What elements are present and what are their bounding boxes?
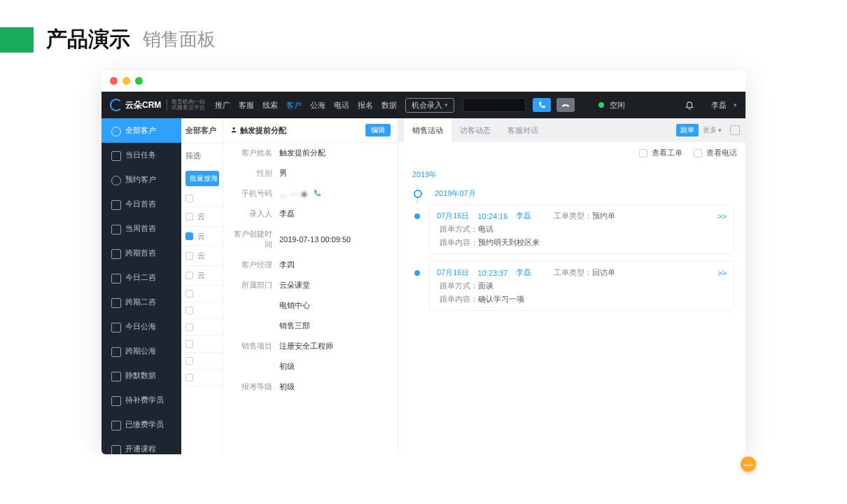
hangup-button[interactable]	[556, 98, 575, 112]
filter-call[interactable]: 查看电话	[694, 148, 737, 158]
window-max-icon[interactable]	[135, 77, 143, 85]
filter-ticket[interactable]: 查看工单	[639, 148, 682, 158]
activity-tab[interactable]: 访客动态	[451, 118, 499, 142]
sidebar-item[interactable]: 跨期首咨	[102, 241, 181, 265]
row-checkbox[interactable]	[186, 252, 193, 260]
page-title: 产品演示	[46, 25, 130, 54]
sidebar-item[interactable]: 全部客户	[102, 118, 181, 143]
box-icon	[111, 200, 120, 209]
box-icon	[111, 372, 120, 380]
sidebar-item-label: 当日任务	[125, 150, 156, 160]
sidebar: 全部客户当日任务预约客户今日首咨当周首咨跨期首咨今日二咨跨期二咨今日公海跨期公海…	[102, 118, 181, 454]
topnav-item[interactable]: 电话	[334, 100, 349, 111]
timeline-card: 07月16日10:24:16李磊工单类型：预约单>>跟单方式：电话跟单内容：预约…	[429, 204, 734, 254]
list-row[interactable]: 云	[181, 266, 223, 286]
sidebar-item[interactable]: 跨期公海	[102, 339, 181, 363]
topnav-item[interactable]: 客户	[286, 100, 302, 111]
select-all-checkbox[interactable]	[186, 195, 193, 202]
row-name: 云	[197, 231, 205, 241]
detail-label: 手机号码	[230, 188, 279, 199]
row-checkbox[interactable]	[186, 307, 193, 314]
expand-entry-icon[interactable]: >>	[718, 212, 727, 220]
row-checkbox[interactable]	[186, 213, 193, 220]
sidebar-item[interactable]: 已缴费学员	[102, 412, 181, 437]
detail-label	[230, 361, 279, 372]
opportunity-button[interactable]: 机会录入 ▾	[405, 98, 454, 113]
brand-sub: 教育机构一站 式服务云平台	[167, 99, 205, 111]
row-checkbox[interactable]	[186, 357, 193, 365]
detail-label: 报考等级	[230, 382, 279, 392]
detail-row: 客户姓名触发提前分配	[223, 143, 398, 163]
svg-point-0	[232, 127, 234, 130]
sidebar-item[interactable]: 预约客户	[102, 167, 181, 192]
activity-tab[interactable]: 客服对话	[499, 118, 547, 142]
detail-title: 触发提前分配	[240, 125, 286, 136]
expand-entry-icon[interactable]: >>	[718, 269, 727, 277]
list-row[interactable]	[181, 286, 223, 302]
detail-value: 注册安全工程师	[279, 341, 391, 351]
box-icon	[111, 274, 120, 282]
row-checkbox[interactable]	[186, 232, 193, 240]
topnav-item[interactable]: 公海	[310, 100, 326, 111]
activity-tab[interactable]: 销售活动	[404, 118, 451, 142]
timeline-month: 2019年07月	[416, 186, 734, 204]
row-checkbox[interactable]	[186, 290, 193, 298]
sidebar-item-label: 开通课程	[125, 444, 156, 454]
username[interactable]: 李磊	[711, 100, 727, 111]
bell-icon[interactable]	[685, 100, 694, 110]
row-name: 云	[197, 270, 205, 281]
window-min-icon[interactable]	[122, 77, 130, 85]
detail-row: 销售项目注册安全工程师	[223, 336, 398, 356]
sidebar-item[interactable]: 今日公海	[102, 314, 181, 339]
detail-row: 手机号码… ··· ■	[223, 183, 398, 204]
detail-label	[230, 300, 279, 311]
sidebar-item[interactable]: 当周首咨	[102, 216, 181, 241]
list-row[interactable]	[181, 319, 223, 336]
entry-date: 07月16日	[437, 267, 469, 278]
sidebar-item-label: 待补费学员	[125, 395, 164, 405]
entry-type: 工单类型：预约单	[554, 211, 615, 221]
followup-tag[interactable]: 跟单	[676, 124, 699, 136]
row-checkbox[interactable]	[186, 323, 193, 331]
sidebar-item[interactable]: 今日二咨	[102, 265, 181, 290]
bulk-release-button[interactable]: 批量放海	[186, 171, 219, 186]
list-row[interactable]: 云	[181, 227, 223, 246]
topnav-item[interactable]: 报名	[358, 100, 373, 111]
topnav-item[interactable]: 推广	[215, 100, 230, 111]
sidebar-item[interactable]: 待补费学员	[102, 388, 181, 412]
list-row[interactable]	[181, 302, 223, 319]
sidebar-item[interactable]: 跨期二咨	[102, 290, 181, 314]
sidebar-item[interactable]: 开通课程	[102, 437, 181, 454]
call-icon[interactable]	[313, 189, 321, 199]
sidebar-item-label: 今日公海	[125, 321, 156, 332]
sidebar-item[interactable]: 今日首咨	[102, 192, 181, 216]
row-checkbox[interactable]	[186, 374, 193, 382]
box-icon	[111, 225, 120, 233]
list-row[interactable]	[181, 353, 223, 370]
box-icon	[111, 347, 120, 356]
box-icon	[111, 298, 120, 307]
list-row[interactable]: 云	[181, 246, 223, 266]
list-row[interactable]	[181, 370, 223, 386]
logo: 云朵CRM 教育机构一站 式服务云平台	[110, 99, 205, 111]
sidebar-item[interactable]: 当日任务	[102, 143, 181, 167]
expand-icon[interactable]	[730, 125, 740, 135]
box-icon	[111, 249, 120, 258]
topnav-item[interactable]: 线索	[262, 100, 278, 111]
timeline-card: 07月16日10:23:37李磊工单类型：回访单>>跟单方式：面谈跟单内容：确认…	[429, 261, 734, 311]
row-checkbox[interactable]	[186, 340, 193, 348]
box-icon	[111, 421, 120, 429]
list-row[interactable]	[181, 336, 223, 353]
list-row[interactable]: 云	[181, 207, 223, 227]
detail-header: 触发提前分配 编辑	[223, 118, 398, 143]
call-button[interactable]	[533, 98, 551, 112]
opportunity-label: 机会录入	[412, 100, 442, 111]
row-checkbox[interactable]	[186, 272, 193, 279]
window-close-icon[interactable]	[110, 77, 118, 85]
search-input[interactable]	[463, 98, 526, 112]
sidebar-item[interactable]: 静默数据	[102, 363, 181, 388]
more-link[interactable]: 更多 ▾	[703, 125, 722, 135]
edit-button[interactable]: 编辑	[365, 124, 391, 136]
topnav-item[interactable]: 数据	[382, 100, 397, 111]
topnav-item[interactable]: 客服	[239, 100, 254, 111]
